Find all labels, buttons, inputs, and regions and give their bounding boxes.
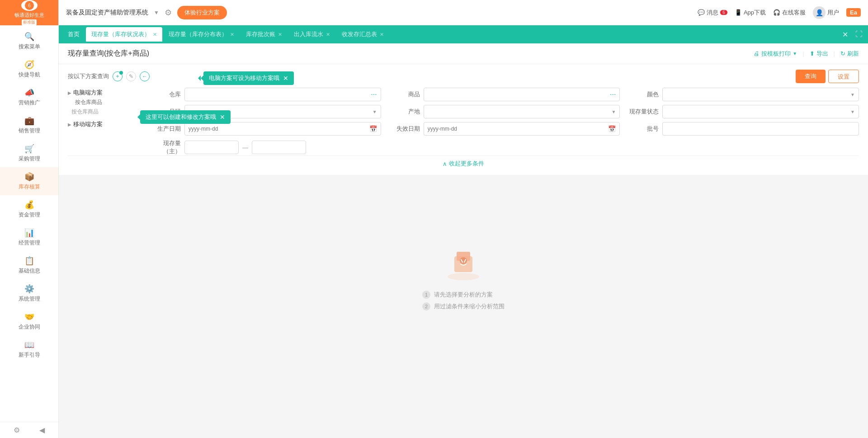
- header-dropdown-btn[interactable]: ▼: [154, 9, 159, 16]
- filter-area: 按以下方案查询 + ✎ ← 电脑方案可设为移动方案哦 ✕: [59, 64, 868, 175]
- expire-date-input[interactable]: 📅: [424, 122, 620, 136]
- export-btn[interactable]: ⬆ 导出: [810, 50, 828, 58]
- sidebar-item-label: 营销推广: [19, 99, 40, 107]
- sidebar-item-nav[interactable]: 🧭 快捷导航: [0, 55, 58, 83]
- sidebar-item-sales[interactable]: 💼 销售管理: [0, 111, 58, 139]
- pc-scheme-label: 电脑端方案: [73, 89, 103, 97]
- tab-close-icon[interactable]: ✕: [326, 32, 330, 38]
- search-btn[interactable]: 查询: [796, 70, 826, 83]
- goods-input[interactable]: ···: [424, 88, 620, 101]
- sidebar-item-corp[interactable]: 🤝 企业协同: [0, 307, 58, 335]
- filter-row-4: 现存量（主） —: [149, 139, 859, 155]
- stock-status-select[interactable]: ▼: [662, 105, 859, 118]
- header-industry-btn[interactable]: 体验行业方案: [177, 6, 227, 19]
- tab-close-icon[interactable]: ✕: [230, 32, 234, 38]
- produce-date-icon: 📅: [369, 125, 377, 132]
- msg-icon: 💬: [698, 9, 705, 16]
- goods-label: 商品: [388, 90, 420, 99]
- tab-summary[interactable]: 收发存汇总表 ✕: [336, 27, 389, 42]
- sidebar-item-purchase[interactable]: 🛒 采购管理: [0, 139, 58, 167]
- sidebar-settings-btn[interactable]: ⚙: [14, 426, 20, 434]
- mobile-scheme-label: 移动端方案: [73, 120, 103, 128]
- produce-date-input[interactable]: 📅: [184, 122, 381, 136]
- sidebar-item-label: 基础信息: [19, 267, 40, 275]
- pc-scheme-sub[interactable]: 按仓库商品: [68, 98, 140, 107]
- collapse-label: 收起更多条件: [449, 160, 484, 168]
- basic-icon: 📋: [24, 256, 34, 266]
- fullscreen-btn[interactable]: ⛶: [854, 28, 864, 40]
- reset-btn[interactable]: 设置: [828, 70, 859, 83]
- sub-label: 按仓库商品: [75, 99, 102, 105]
- svg-point-5: [460, 257, 467, 264]
- tab-inout[interactable]: 出入库流水 ✕: [288, 27, 335, 42]
- header-settings-icon[interactable]: ⚙: [165, 8, 172, 18]
- origin-select[interactable]: ▼: [424, 105, 620, 118]
- tab-close-icon[interactable]: ✕: [278, 32, 282, 38]
- sidebar-item-search[interactable]: 🔍 搜索菜单: [0, 27, 58, 55]
- sep1: |: [802, 50, 804, 57]
- export-icon: ⬆: [810, 50, 815, 57]
- stock-qty-min[interactable]: [184, 141, 239, 154]
- sidebar-item-basic[interactable]: 📋 基础信息: [0, 251, 58, 279]
- print-label: 按模板打印: [761, 50, 791, 58]
- tab-inventory-status[interactable]: 现存量（库存状况表） ✕: [86, 27, 162, 42]
- guide-icon: 📖: [24, 340, 34, 350]
- batch-no-label: 批号: [627, 125, 659, 133]
- content: 现存量查询(按仓库+商品) 🖨 按模板打印 ▼ | ⬆ 导出 | ↻ 刷新: [59, 43, 868, 438]
- range-sep: —: [242, 144, 248, 151]
- create-tooltip-close-btn[interactable]: ✕: [220, 113, 225, 121]
- sidebar-item-label: 快捷导航: [19, 71, 40, 79]
- header-app[interactable]: 📱 App下载: [735, 9, 766, 17]
- filter-edit-btn[interactable]: ✎: [126, 71, 136, 81]
- field-expire-date: 失效日期 📅: [388, 122, 620, 136]
- sidebar-item-inventory[interactable]: 📦 库存核算: [0, 167, 58, 195]
- tab-close-icon[interactable]: ✕: [153, 32, 157, 38]
- batch-no-input[interactable]: [662, 122, 859, 136]
- refresh-btn[interactable]: ↻ 刷新: [840, 50, 859, 58]
- mobile-scheme-item[interactable]: ▶ 移动端方案: [68, 119, 140, 129]
- search-icon: 🔍: [24, 32, 34, 42]
- expire-date-label: 失效日期: [388, 125, 420, 133]
- color-select[interactable]: ▼: [662, 88, 859, 101]
- field-origin: 产地 ▼: [388, 105, 620, 118]
- sales-icon: 💼: [24, 116, 34, 126]
- warehouse-input[interactable]: ···: [184, 88, 381, 101]
- close-all-btn[interactable]: ✕: [840, 28, 850, 41]
- logo-text: 畅通适好生意: [14, 12, 44, 18]
- field-goods: 商品 ···: [388, 88, 620, 101]
- filter-arrow-btn[interactable]: ←: [140, 71, 150, 81]
- field-stock-status: 现存量状态 ▼: [627, 105, 859, 118]
- tab-label: 库存批次账: [246, 30, 275, 38]
- scheme-tooltip: 电脑方案可设为移动方案哦 ✕: [203, 71, 294, 85]
- tooltip-close-btn[interactable]: ✕: [283, 75, 288, 82]
- warehouse-label: 仓库: [149, 90, 181, 99]
- header-msg[interactable]: 💬 消息 6: [698, 9, 727, 17]
- sidebar-collapse-btn[interactable]: ◀: [39, 426, 45, 434]
- expire-date-field[interactable]: [428, 126, 607, 132]
- sidebar-item-operation[interactable]: 📊 经营管理: [0, 223, 58, 251]
- sidebar-item-marketing[interactable]: 📣 营销推广: [0, 83, 58, 111]
- edit-icon: ✎: [129, 73, 133, 80]
- tip-text-2: 用过滤条件来缩小分析范围: [434, 302, 505, 311]
- collapse-bar[interactable]: ∧ 收起更多条件: [68, 155, 859, 171]
- sidebar-item-guide[interactable]: 📖 新手引导: [0, 335, 58, 363]
- header-user[interactable]: 👤 用户: [813, 6, 839, 19]
- user-avatar: 👤: [813, 6, 826, 19]
- tab-close-icon[interactable]: ✕: [380, 32, 384, 38]
- tab-inventory-dist[interactable]: 现存量（库存分布表） ✕: [163, 27, 240, 42]
- color-label: 颜色: [627, 90, 659, 99]
- pc-scheme-item[interactable]: ▶ 电脑端方案: [68, 88, 140, 98]
- print-btn[interactable]: 🖨 按模板打印 ▼: [754, 50, 797, 58]
- field-batch-no: 批号: [627, 122, 859, 136]
- sidebar-logo: 6 畅通适好生意 标准版: [0, 0, 58, 25]
- produce-date-field[interactable]: [189, 126, 368, 132]
- header-support[interactable]: 🎧 在线客服: [773, 9, 806, 17]
- tab-home[interactable]: 首页: [62, 27, 85, 42]
- sidebar-item-label: 资金管理: [19, 211, 40, 219]
- sub2-label: 按仓库商品: [71, 108, 99, 115]
- sidebar-item-system[interactable]: ⚙️ 系统管理: [0, 279, 58, 307]
- tab-batch[interactable]: 库存批次账 ✕: [241, 27, 288, 42]
- filter-add-btn[interactable]: +: [113, 71, 123, 81]
- stock-qty-max[interactable]: [252, 141, 306, 154]
- sidebar-item-finance[interactable]: 💰 资金管理: [0, 195, 58, 223]
